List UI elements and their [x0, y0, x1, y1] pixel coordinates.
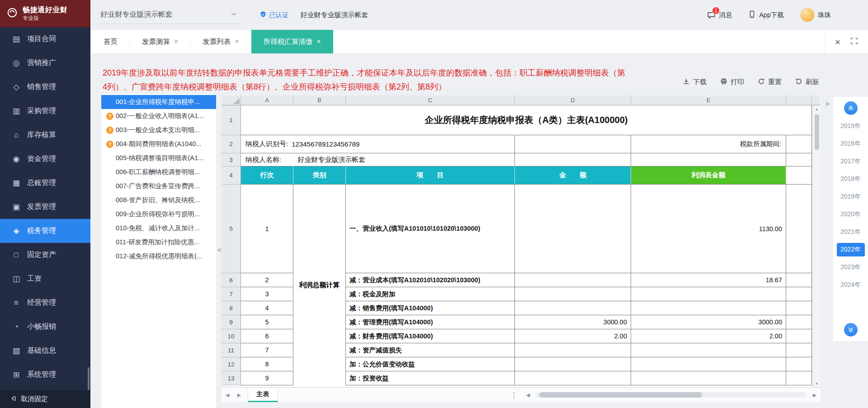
empty-cell[interactable]: [786, 287, 812, 301]
sheet-tabs-next-button[interactable]: ▶: [233, 388, 245, 402]
header-category[interactable]: 类别: [293, 166, 346, 185]
row-number[interactable]: 11: [222, 343, 241, 357]
cell-line-no[interactable]: 2: [241, 273, 293, 287]
report-list-item[interactable]: 009-企业所得税弥补亏损明...: [101, 207, 216, 221]
scroll-right-icon[interactable]: ▶: [809, 388, 821, 402]
year-2021年[interactable]: 2021年: [837, 225, 865, 239]
sidebar-item-system[interactable]: ⊞系统管理: [0, 363, 90, 387]
sidebar-item-expense[interactable]: ◔小畅报销: [0, 315, 90, 339]
cell-amount[interactable]: [515, 185, 631, 273]
fullscreen-icon[interactable]: [850, 37, 858, 47]
cell-profit-amount[interactable]: 1130.00: [631, 185, 786, 273]
empty-cell[interactable]: [786, 343, 812, 357]
sidebar-item-procurement[interactable]: ▥采购管理: [0, 99, 90, 123]
header-profit-amount[interactable]: 利润表金额: [631, 166, 786, 185]
cell-item[interactable]: 减：资产减值损失: [346, 343, 515, 357]
empty-cell[interactable]: [786, 329, 812, 343]
row-number[interactable]: 4: [222, 166, 241, 185]
sidebar-item-marketing[interactable]: ◎营销推广: [0, 51, 90, 75]
column-header-D[interactable]: D: [515, 95, 631, 105]
category-merged-cell[interactable]: 利润总额计算: [293, 185, 346, 385]
cell-profit-amount[interactable]: [631, 301, 786, 315]
cell-item[interactable]: 一、营业收入(填写A101010\101020\103000): [346, 185, 515, 273]
tab-所得税汇算清缴[interactable]: 所得税汇算清缴×: [251, 30, 333, 53]
year-2019年[interactable]: 2019年: [837, 190, 865, 204]
select-all-corner[interactable]: [222, 95, 241, 105]
close-tab-icon[interactable]: ×: [235, 38, 239, 46]
cell-item[interactable]: 减：税金及附加: [346, 287, 515, 301]
header-line-no[interactable]: 行次: [241, 166, 293, 185]
cell-profit-amount[interactable]: [631, 343, 786, 357]
sidebar-item-ledger[interactable]: ▦总账管理: [0, 171, 90, 195]
report-list-item[interactable]: ?004-期间费用明细表(A1040...: [101, 137, 216, 151]
cell-item[interactable]: 减：销售费用(填写A104000): [346, 301, 515, 315]
scroll-down-icon[interactable]: ▼: [813, 380, 821, 387]
messages-button[interactable]: 1 消息: [707, 11, 732, 19]
print-button[interactable]: 打印: [720, 78, 744, 86]
header-amount[interactable]: 金 额: [515, 166, 631, 185]
empty-cell[interactable]: [515, 135, 631, 153]
horizontal-scrollbar[interactable]: ◀ ▶: [522, 388, 821, 402]
cell-line-no[interactable]: 6: [241, 329, 293, 343]
cell-profit-amount[interactable]: 2.00: [631, 329, 786, 343]
cell-profit-amount[interactable]: 3000.00: [631, 315, 786, 329]
hscroll-thumb[interactable]: [539, 392, 702, 398]
refresh-button[interactable]: 刷新: [795, 78, 819, 86]
sidebar-item-tax[interactable]: ◈税务管理: [0, 219, 90, 243]
row-number[interactable]: 1: [222, 105, 241, 135]
cell-amount[interactable]: [515, 273, 631, 287]
report-list-item[interactable]: ?002-一般企业收入明细表(A1...: [101, 109, 216, 123]
report-list-item[interactable]: 010-免税、减计收入及加计...: [101, 221, 216, 235]
row-number[interactable]: 9: [222, 315, 241, 329]
report-list-item[interactable]: 008-资产折旧、摊销及纳税...: [101, 193, 216, 207]
row-number[interactable]: 7: [222, 287, 241, 301]
row-number[interactable]: 2: [222, 135, 241, 153]
cell-line-no[interactable]: 4: [241, 301, 293, 315]
year-2024年[interactable]: 2024年: [837, 278, 865, 292]
year-2018年[interactable]: 2018年: [837, 172, 865, 186]
vertical-scrollbar[interactable]: ▲ ▼: [812, 105, 821, 387]
sidebar-item-inventory[interactable]: ⌂库存核算: [0, 123, 90, 147]
report-list-item[interactable]: 005-纳税调整项目明细表(A1...: [101, 151, 216, 165]
taxpayer-name-cell[interactable]: 纳税人名称: 好业财专业版演示帐套: [241, 153, 515, 166]
row-number[interactable]: 6: [222, 273, 241, 287]
report-list-item[interactable]: 001-企业所得税年度纳税申...: [101, 95, 216, 109]
empty-cell[interactable]: [515, 153, 631, 166]
column-header-C[interactable]: C: [346, 95, 515, 105]
report-list-item[interactable]: 006-职工薪酬纳税调整明细...: [101, 165, 216, 179]
cell-amount[interactable]: 2.00: [515, 329, 631, 343]
app-download-button[interactable]: App下载: [748, 10, 784, 19]
report-title-cell[interactable]: 企业所得税年度纳税申报表（A类）主表(A100000): [241, 105, 812, 135]
report-list-item[interactable]: 011-研发费用加计扣除优惠...: [101, 235, 216, 249]
year-2017年[interactable]: 2017年: [837, 155, 865, 168]
user-menu[interactable]: 珠珠: [800, 8, 831, 22]
sidebar-item-sales[interactable]: ◇销售管理: [0, 75, 90, 99]
row-number[interactable]: 5: [222, 185, 241, 273]
scroll-up-icon[interactable]: ▲: [813, 105, 821, 113]
row-number[interactable]: 10: [222, 329, 241, 343]
empty-cell[interactable]: [631, 153, 786, 166]
sheet-tab-main[interactable]: 主表: [248, 388, 278, 402]
cell-profit-amount[interactable]: 18.67: [631, 273, 786, 287]
sheet-tabs-prev-button[interactable]: ◀: [222, 388, 233, 402]
account-selector[interactable]: 好业财专业版演示帐套: [96, 6, 241, 24]
cell-amount[interactable]: [515, 287, 631, 301]
empty-cell[interactable]: [786, 166, 812, 185]
unpin-sidebar-button[interactable]: 取消固定: [0, 390, 90, 408]
close-tabs-icon[interactable]: ×: [835, 37, 840, 47]
sidebar-item-fixed-assets[interactable]: □固定资产: [0, 243, 90, 267]
years-scroll-up-button[interactable]: [844, 101, 858, 115]
sidebar-scrollbar-thumb[interactable]: [88, 367, 90, 393]
empty-cell[interactable]: [786, 301, 812, 315]
cell-line-no[interactable]: 8: [241, 357, 293, 371]
cell-amount[interactable]: [515, 343, 631, 357]
empty-cell[interactable]: [786, 153, 812, 166]
expand-panel-handle[interactable]: »: [826, 100, 830, 108]
cell-amount[interactable]: [515, 371, 631, 385]
empty-cell[interactable]: [786, 273, 812, 287]
tab-发票测算[interactable]: 发票测算×: [130, 30, 190, 53]
row-number[interactable]: 13: [222, 371, 241, 385]
sidebar-item-contract[interactable]: ▤项目合同: [0, 27, 90, 51]
collapse-panel-handle[interactable]: «: [217, 246, 222, 254]
sidebar-item-basic-info[interactable]: ▧基础信息: [0, 339, 90, 363]
